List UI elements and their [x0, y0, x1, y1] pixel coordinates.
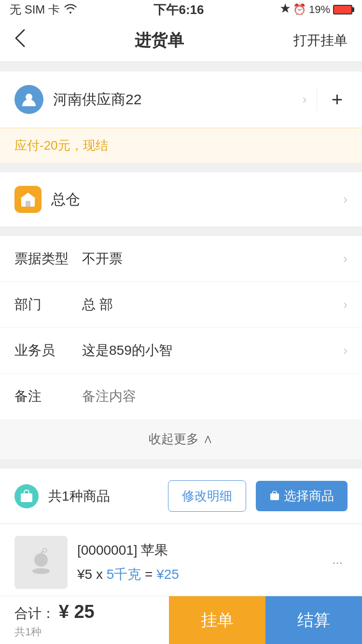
nav-bar: 进货单 打开挂单 — [0, 19, 362, 62]
price-separator: x — [96, 567, 107, 582]
department-row[interactable]: 部门 总 部 › — [0, 282, 362, 328]
department-label: 部门 — [14, 295, 72, 314]
products-icon — [14, 484, 39, 508]
sim-text: 无 SIM 卡 — [10, 2, 60, 17]
invoice-type-arrow-icon: › — [343, 251, 348, 266]
time-display: 下午6:16 — [153, 1, 204, 18]
collapse-label: 收起更多 ∧ — [149, 431, 213, 448]
select-product-button[interactable]: 选择商品 — [256, 481, 348, 511]
svg-point-8 — [32, 568, 50, 574]
warehouse-row[interactable]: 总仓 › — [0, 172, 362, 226]
warehouse-name: 总仓 — [51, 190, 343, 210]
product-more-button[interactable]: ··· — [327, 553, 348, 572]
supplier-divider — [317, 87, 317, 112]
open-pending-button[interactable]: 打开挂单 — [293, 31, 348, 50]
status-right: ⏰ 19% — [280, 3, 352, 16]
total-sub: 共1种 — [14, 625, 154, 639]
supplier-section: 河南供应商22 › + 应付-20元，现结 — [0, 71, 362, 163]
department-arrow-icon: › — [343, 297, 348, 312]
warehouse-section[interactable]: 总仓 › — [0, 172, 362, 226]
supplier-avatar — [14, 85, 43, 114]
alarm-icon: ⏰ — [293, 3, 306, 16]
add-button[interactable]: + — [327, 89, 348, 111]
hold-button[interactable]: 挂单 — [169, 596, 265, 644]
remark-label: 备注 — [14, 387, 72, 406]
salesperson-row[interactable]: 业务员 这是859的小智 › — [0, 328, 362, 374]
products-header: 共1种商品 修改明细 选择商品 — [0, 469, 362, 523]
salesperson-label: 业务员 — [14, 341, 72, 360]
select-product-label: 选择商品 — [284, 488, 334, 504]
battery-icon — [333, 5, 352, 14]
product-title: 苹果 — [141, 543, 168, 558]
total-amount: ¥ 25 — [59, 602, 95, 622]
back-button[interactable] — [14, 29, 25, 52]
form-section: 票据类型 不开票 › 部门 总 部 › 业务员 这是859的小智 › 备注 — [0, 236, 362, 419]
product-info: [0000001] 苹果 ¥5 x 5千克 = ¥25 — [77, 541, 318, 584]
salesperson-value: 这是859的小智 — [72, 341, 343, 360]
warehouse-icon — [14, 186, 42, 213]
status-bar: 无 SIM 卡 下午6:16 ⏰ 19% — [0, 0, 362, 19]
checkout-button[interactable]: 结算 — [265, 596, 362, 644]
svg-rect-2 — [26, 201, 30, 207]
notice-bar: 应付-20元，现结 — [0, 128, 362, 163]
total-label: 合计： — [14, 606, 55, 621]
warehouse-arrow-icon: › — [343, 192, 348, 207]
product-item: [0000001] 苹果 ¥5 x 5千克 = ¥25 ··· — [0, 524, 362, 601]
remark-row[interactable]: 备注 — [0, 374, 362, 419]
wifi-icon — [64, 3, 77, 16]
supplier-arrow-icon: › — [302, 92, 306, 107]
product-name: [0000001] 苹果 — [77, 541, 318, 560]
page-title: 进货单 — [135, 29, 184, 52]
battery-percent: 19% — [309, 3, 330, 16]
product-code: [0000001] — [77, 543, 138, 558]
gps-icon — [280, 3, 290, 16]
product-total: ¥25 — [156, 567, 179, 582]
salesperson-arrow-icon: › — [343, 343, 348, 358]
product-price: ¥5 x 5千克 = ¥25 — [77, 565, 318, 584]
product-count-text: 共1种商品 — [48, 487, 158, 505]
quantity-value: 5千克 — [107, 567, 141, 582]
invoice-type-row[interactable]: 票据类型 不开票 › — [0, 236, 362, 282]
invoice-type-label: 票据类型 — [14, 250, 72, 268]
svg-point-10 — [43, 548, 47, 552]
svg-point-7 — [34, 553, 48, 567]
total-area: 合计： ¥ 25 共1种 — [0, 602, 169, 639]
price-value: ¥5 — [77, 567, 92, 582]
svg-point-0 — [26, 94, 32, 100]
remark-input[interactable] — [72, 389, 348, 404]
edit-detail-button[interactable]: 修改明细 — [168, 480, 246, 512]
supplier-name: 河南供应商22 — [53, 90, 302, 110]
invoice-type-value: 不开票 — [72, 250, 343, 268]
collapse-bar[interactable]: 收起更多 ∧ — [0, 419, 362, 459]
status-left: 无 SIM 卡 — [10, 2, 77, 17]
equals-sign: = — [145, 567, 156, 582]
product-thumbnail — [14, 536, 68, 589]
total-main: 合计： ¥ 25 — [14, 602, 154, 623]
bottom-bar: 合计： ¥ 25 共1种 挂单 结算 — [0, 596, 362, 644]
supplier-row[interactable]: 河南供应商22 › + — [0, 71, 362, 128]
svg-rect-3 — [21, 493, 32, 502]
department-value: 总 部 — [72, 295, 343, 314]
